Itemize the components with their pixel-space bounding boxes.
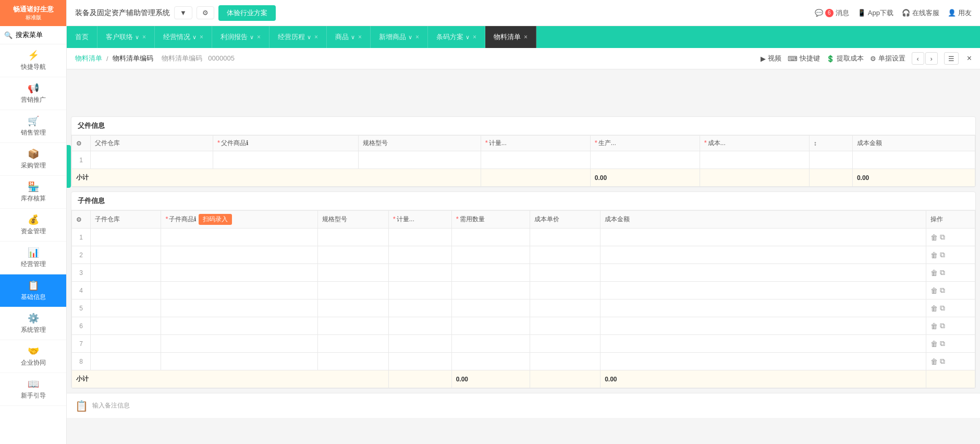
sidebar-item-guide[interactable]: 📖 新手引导 bbox=[0, 373, 66, 406]
delete-icon-7[interactable]: 🗑 bbox=[930, 340, 938, 348]
child-unit-cost-5[interactable] bbox=[530, 299, 600, 317]
tab-bom-close[interactable]: × bbox=[524, 33, 528, 41]
copy-icon-8[interactable]: ⧉ bbox=[940, 357, 945, 366]
child-qty-1[interactable] bbox=[451, 229, 530, 246]
sidebar-item-basic-info[interactable]: 📋 基础信息 bbox=[0, 274, 66, 307]
settings-btn[interactable]: ⚙ bbox=[197, 6, 214, 19]
child-spec-7[interactable] bbox=[318, 335, 388, 353]
child-product-6[interactable] bbox=[161, 317, 318, 335]
delete-icon-8[interactable]: 🗑 bbox=[930, 357, 938, 366]
sidebar-item-marketing[interactable]: 📢 营销推广 bbox=[0, 77, 66, 110]
child-warehouse-2[interactable] bbox=[91, 246, 161, 264]
child-unit-cost-4[interactable] bbox=[530, 282, 600, 299]
app-download-btn[interactable]: 📱 App下载 bbox=[858, 8, 893, 18]
child-product-1[interactable] bbox=[161, 229, 318, 246]
child-unit-1[interactable] bbox=[388, 229, 451, 246]
tab-goods[interactable]: 商品 ∨ × bbox=[327, 26, 371, 48]
child-spec-1[interactable] bbox=[318, 229, 388, 246]
child-product-4[interactable] bbox=[161, 282, 318, 299]
child-unit-cost-6[interactable] bbox=[530, 317, 600, 335]
child-qty-5[interactable] bbox=[451, 299, 530, 317]
child-spec-2[interactable] bbox=[318, 246, 388, 264]
tab-history-close[interactable]: × bbox=[314, 33, 318, 41]
delete-icon-6[interactable]: 🗑 bbox=[930, 322, 938, 330]
child-warehouse-6[interactable] bbox=[91, 317, 161, 335]
parent-col-settings[interactable]: ⚙ bbox=[72, 136, 91, 151]
copy-icon-6[interactable]: ⧉ bbox=[940, 321, 945, 330]
system-select-btn[interactable]: ▼ bbox=[174, 6, 192, 19]
sidebar-item-operations[interactable]: 📊 经营管理 bbox=[0, 242, 66, 274]
child-warehouse-4[interactable] bbox=[91, 282, 161, 299]
child-spec-3[interactable] bbox=[318, 264, 388, 282]
parent-cost-1[interactable] bbox=[700, 151, 809, 169]
delete-icon-4[interactable]: 🗑 bbox=[930, 286, 938, 295]
delete-icon-1[interactable]: 🗑 bbox=[930, 233, 938, 242]
next-arrow[interactable]: › bbox=[925, 52, 938, 65]
close-page-btn[interactable]: × bbox=[967, 54, 972, 63]
sidebar-item-enterprise[interactable]: 🤝 企业协同 bbox=[0, 340, 66, 373]
child-spec-6[interactable] bbox=[318, 317, 388, 335]
tab-barcode-close[interactable]: × bbox=[473, 33, 476, 41]
tab-new-goods-close[interactable]: × bbox=[415, 33, 419, 41]
child-col-settings[interactable]: ⚙ bbox=[72, 211, 91, 229]
child-unit-cost-8[interactable] bbox=[530, 353, 600, 370]
child-warehouse-8[interactable] bbox=[91, 353, 161, 370]
child-product-8[interactable] bbox=[161, 353, 318, 370]
tab-operations[interactable]: 经营情况 ∨ × bbox=[155, 26, 212, 48]
copy-icon-3[interactable]: ⧉ bbox=[940, 268, 945, 277]
sidebar-item-inventory[interactable]: 🏪 库存核算 bbox=[0, 176, 66, 209]
child-spec-8[interactable] bbox=[318, 353, 388, 370]
child-qty-3[interactable] bbox=[451, 264, 530, 282]
child-unit-cost-3[interactable] bbox=[530, 264, 600, 282]
child-qty-6[interactable] bbox=[451, 317, 530, 335]
child-qty-8[interactable] bbox=[451, 353, 530, 370]
child-product-2[interactable] bbox=[161, 246, 318, 264]
child-unit-cost-7[interactable] bbox=[530, 335, 600, 353]
child-product-3[interactable] bbox=[161, 264, 318, 282]
child-spec-4[interactable] bbox=[318, 282, 388, 299]
child-qty-2[interactable] bbox=[451, 246, 530, 264]
copy-icon-2[interactable]: ⧉ bbox=[940, 250, 945, 259]
child-warehouse-5[interactable] bbox=[91, 299, 161, 317]
cost-action[interactable]: 💲 提取成本 bbox=[826, 54, 864, 63]
parent-sort-1[interactable] bbox=[809, 151, 852, 169]
breadcrumb-parent[interactable]: 物料清单 bbox=[75, 54, 102, 63]
child-unit-8[interactable] bbox=[388, 353, 451, 370]
child-unit-cost-1[interactable] bbox=[530, 229, 600, 246]
online-service-btn[interactable]: 🎧 在线客服 bbox=[902, 8, 939, 18]
parent-producer-1[interactable] bbox=[590, 151, 700, 169]
parent-spec-1[interactable] bbox=[358, 151, 481, 169]
single-settings-action[interactable]: ⚙ 单据设置 bbox=[870, 54, 905, 63]
delete-icon-2[interactable]: 🗑 bbox=[930, 251, 938, 259]
tab-barcode[interactable]: 条码方案 ∨ × bbox=[428, 26, 485, 48]
tab-profit[interactable]: 利润报告 ∨ × bbox=[212, 26, 270, 48]
scan-btn[interactable]: 扫码录入 bbox=[199, 214, 232, 225]
sidebar-item-system[interactable]: ⚙️ 系统管理 bbox=[0, 307, 66, 340]
message-btn[interactable]: 💬 6 消息 bbox=[815, 8, 849, 18]
child-unit-4[interactable] bbox=[388, 282, 451, 299]
child-unit-cost-2[interactable] bbox=[530, 246, 600, 264]
sidebar-item-search[interactable]: 🔍 搜索菜单 bbox=[0, 26, 66, 44]
child-spec-5[interactable] bbox=[318, 299, 388, 317]
tab-operations-close[interactable]: × bbox=[200, 33, 203, 41]
tab-profit-close[interactable]: × bbox=[257, 33, 261, 41]
view-action[interactable]: ▶ 视频 bbox=[761, 54, 781, 63]
child-unit-3[interactable] bbox=[388, 264, 451, 282]
delete-icon-3[interactable]: 🗑 bbox=[930, 269, 938, 277]
tab-bom[interactable]: 物料清单 × bbox=[485, 26, 536, 48]
sidebar-item-purchase[interactable]: 📦 采购管理 bbox=[0, 143, 66, 176]
child-product-5[interactable] bbox=[161, 299, 318, 317]
delete-icon-5[interactable]: 🗑 bbox=[930, 304, 938, 313]
child-unit-6[interactable] bbox=[388, 317, 451, 335]
parent-unit-1[interactable] bbox=[481, 151, 590, 169]
user-btn[interactable]: 👤 用友 bbox=[948, 8, 972, 18]
child-unit-2[interactable] bbox=[388, 246, 451, 264]
parent-warehouse-1[interactable] bbox=[91, 151, 213, 169]
copy-icon-4[interactable]: ⧉ bbox=[940, 286, 945, 295]
child-warehouse-7[interactable] bbox=[91, 335, 161, 353]
child-warehouse-3[interactable] bbox=[91, 264, 161, 282]
shortcut-action[interactable]: ⌨ 快捷键 bbox=[788, 54, 820, 63]
tab-customer-close[interactable]: × bbox=[142, 33, 146, 41]
menu-btn[interactable]: ☰ bbox=[944, 52, 959, 65]
child-product-7[interactable] bbox=[161, 335, 318, 353]
